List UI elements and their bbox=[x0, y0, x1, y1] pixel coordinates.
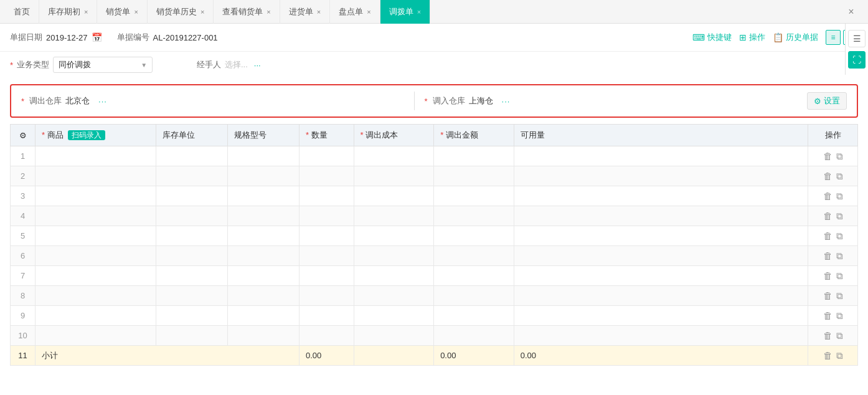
cost-cell[interactable] bbox=[354, 226, 434, 246]
product-cell[interactable] bbox=[35, 246, 156, 266]
delete-icon[interactable]: 🗑 bbox=[823, 151, 833, 161]
product-cell[interactable] bbox=[35, 306, 156, 326]
unit-cell[interactable] bbox=[156, 246, 228, 266]
scan-button[interactable]: 扫码录入 bbox=[68, 130, 105, 140]
unit-cell[interactable] bbox=[156, 206, 228, 226]
tab-purchase[interactable]: 进货单 × bbox=[280, 0, 330, 24]
tab-home[interactable]: 首页 bbox=[5, 0, 39, 24]
product-cell[interactable] bbox=[35, 286, 156, 306]
unit-cell[interactable] bbox=[156, 186, 228, 206]
amount-cell[interactable] bbox=[434, 326, 514, 346]
tab-sales-order[interactable]: 销货单 × bbox=[97, 0, 147, 24]
qty-cell[interactable] bbox=[299, 286, 354, 306]
spec-cell[interactable] bbox=[228, 206, 300, 226]
tab-close-inventory[interactable]: × bbox=[367, 8, 370, 16]
manager-select[interactable]: 选择... bbox=[225, 59, 248, 70]
qty-cell[interactable] bbox=[299, 306, 354, 326]
cost-cell[interactable] bbox=[354, 166, 434, 186]
copy-icon[interactable]: ⧉ bbox=[836, 290, 843, 302]
delete-icon[interactable]: 🗑 bbox=[823, 250, 833, 261]
spec-cell[interactable] bbox=[228, 186, 300, 206]
cost-cell[interactable] bbox=[354, 246, 434, 266]
spec-cell[interactable] bbox=[228, 286, 300, 306]
tab-close-sales-order[interactable]: × bbox=[134, 8, 138, 16]
spec-cell[interactable] bbox=[228, 146, 300, 166]
product-cell[interactable] bbox=[35, 166, 156, 186]
delete-icon[interactable]: 🗑 bbox=[823, 231, 833, 241]
unit-cell[interactable] bbox=[156, 166, 228, 186]
spec-cell[interactable] bbox=[228, 326, 300, 346]
window-close-button[interactable]: × bbox=[839, 0, 863, 24]
copy-icon[interactable]: ⧉ bbox=[836, 330, 843, 341]
spec-cell[interactable] bbox=[228, 266, 300, 286]
amount-cell[interactable] bbox=[434, 246, 514, 266]
product-cell[interactable] bbox=[35, 206, 156, 226]
cost-cell[interactable] bbox=[354, 306, 434, 326]
copy-icon[interactable]: ⧉ bbox=[836, 171, 843, 182]
unit-cell[interactable] bbox=[156, 226, 228, 246]
tab-close-stock-init[interactable]: × bbox=[84, 8, 88, 16]
product-cell[interactable] bbox=[35, 186, 156, 206]
amount-cell[interactable] bbox=[434, 206, 514, 226]
history-button[interactable]: 📋 历史单据 bbox=[773, 32, 818, 43]
spec-cell[interactable] bbox=[228, 246, 300, 266]
amount-cell[interactable] bbox=[434, 306, 514, 326]
qty-cell[interactable] bbox=[299, 186, 354, 206]
shortcuts-button[interactable]: ⌨ 快捷键 bbox=[692, 32, 732, 43]
manager-dots-button[interactable]: ··· bbox=[254, 60, 261, 70]
qty-cell[interactable] bbox=[299, 266, 354, 286]
copy-icon[interactable]: ⧉ bbox=[836, 211, 843, 222]
amount-cell[interactable] bbox=[434, 226, 514, 246]
tab-close-sales-history[interactable]: × bbox=[200, 8, 204, 16]
cost-cell[interactable] bbox=[354, 186, 434, 206]
col-gear[interactable]: ⚙ bbox=[11, 125, 35, 146]
copy-icon[interactable]: ⧉ bbox=[836, 231, 843, 242]
unit-cell[interactable] bbox=[156, 266, 228, 286]
copy-icon[interactable]: ⧉ bbox=[836, 350, 843, 361]
product-cell[interactable] bbox=[35, 146, 156, 166]
tab-close-purchase[interactable]: × bbox=[317, 8, 321, 16]
settings-button[interactable]: ⚙ 设置 bbox=[807, 92, 847, 110]
copy-icon[interactable]: ⧉ bbox=[836, 151, 843, 162]
cost-cell[interactable] bbox=[354, 146, 434, 166]
business-type-select[interactable]: 同价调拨 ▼ bbox=[53, 57, 153, 73]
delete-icon[interactable]: 🗑 bbox=[823, 350, 833, 361]
product-cell[interactable] bbox=[35, 226, 156, 246]
in-warehouse-dots-button[interactable]: ··· bbox=[502, 97, 511, 106]
qty-cell[interactable] bbox=[299, 146, 354, 166]
tab-stock-init[interactable]: 库存期初 × bbox=[39, 0, 97, 24]
copy-icon[interactable]: ⧉ bbox=[836, 270, 843, 282]
qty-cell[interactable] bbox=[299, 246, 354, 266]
tab-close-transfer[interactable]: × bbox=[417, 8, 421, 16]
list-view-toggle[interactable]: ≡ bbox=[826, 30, 841, 45]
delete-icon[interactable]: 🗑 bbox=[823, 330, 833, 341]
cost-cell[interactable] bbox=[354, 326, 434, 346]
copy-icon[interactable]: ⧉ bbox=[836, 250, 843, 262]
cost-cell[interactable] bbox=[354, 266, 434, 286]
product-cell[interactable] bbox=[35, 266, 156, 286]
tab-inventory[interactable]: 盘点单 × bbox=[330, 0, 380, 24]
delete-icon[interactable]: 🗑 bbox=[823, 290, 833, 301]
tab-sales-history[interactable]: 销货单历史 × bbox=[148, 0, 214, 24]
sidebar-list-icon[interactable]: ☰ bbox=[848, 30, 866, 47]
cost-cell[interactable] bbox=[354, 286, 434, 306]
spec-cell[interactable] bbox=[228, 226, 300, 246]
delete-icon[interactable]: 🗑 bbox=[823, 270, 833, 281]
amount-cell[interactable] bbox=[434, 286, 514, 306]
tab-view-sales[interactable]: 查看销货单 × bbox=[214, 0, 280, 24]
delete-icon[interactable]: 🗑 bbox=[823, 211, 833, 221]
unit-cell[interactable] bbox=[156, 306, 228, 326]
unit-cell[interactable] bbox=[156, 146, 228, 166]
spec-cell[interactable] bbox=[228, 166, 300, 186]
product-cell[interactable] bbox=[35, 326, 156, 346]
operations-button[interactable]: ⊞ 操作 bbox=[739, 32, 765, 43]
tab-transfer[interactable]: 调拨单 × bbox=[380, 0, 430, 24]
delete-icon[interactable]: 🗑 bbox=[823, 310, 833, 321]
qty-cell[interactable] bbox=[299, 226, 354, 246]
tab-close-view-sales[interactable]: × bbox=[267, 8, 270, 16]
unit-cell[interactable] bbox=[156, 326, 228, 346]
out-warehouse-dots-button[interactable]: ··· bbox=[98, 97, 107, 106]
copy-icon[interactable]: ⧉ bbox=[836, 191, 843, 202]
amount-cell[interactable] bbox=[434, 186, 514, 206]
qty-cell[interactable] bbox=[299, 206, 354, 226]
